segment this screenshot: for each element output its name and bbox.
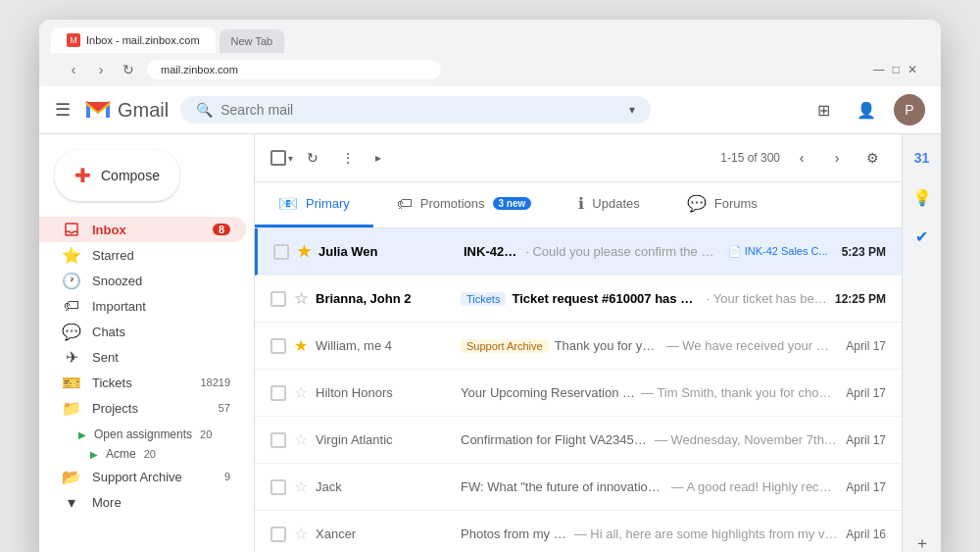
more-label: More (92, 495, 230, 510)
acme-item[interactable]: ▶ Acme 20 (39, 444, 254, 464)
email-time: 5:23 PM (842, 245, 886, 259)
sidebar-item-inbox[interactable]: Inbox 8 (39, 217, 246, 242)
browser-tabs: M Inbox - mail.zinbox.com New Tab (51, 27, 929, 53)
sidebar: ✚ Compose Inbox 8 ⭐ Starred 🕐 Snoozed (39, 134, 255, 552)
toolbar: ▾ ↻ ⋮ ▸ 1-15 of 300 ‹ › ⚙ (255, 134, 902, 182)
open-assignments-item[interactable]: ▶ Open assignments 20 (39, 425, 254, 444)
sidebar-item-projects[interactable]: 📁 Projects 57 (39, 395, 246, 421)
hamburger-menu-icon[interactable]: ☰ (55, 99, 71, 121)
keep-icon[interactable]: 💡 (906, 181, 938, 213)
email-subject: Ticket request #610007 has been approved… (512, 291, 700, 306)
compose-button[interactable]: ✚ Compose (55, 150, 179, 201)
table-row[interactable]: ☆ Brianna, John 2 Tickets Ticket request… (255, 276, 902, 323)
tab-primary[interactable]: 📧 Primary (255, 182, 373, 227)
tab-promotions[interactable]: 🏷 Promotions 3 new (373, 182, 556, 227)
email-checkbox[interactable] (270, 338, 286, 354)
forums-tab-icon: 💬 (687, 194, 707, 213)
tab-updates[interactable]: ℹ Updates (555, 182, 662, 227)
select-all-checkbox-area[interactable]: ▾ (270, 150, 293, 166)
email-preview: — Wednesday, November 7th 2015, San... (655, 432, 838, 447)
gmail-logo-text: Gmail (118, 99, 169, 122)
sent-label: Sent (92, 350, 230, 365)
minimize-button[interactable]: — (873, 63, 885, 76)
primary-tab-icon: 📧 (278, 194, 298, 213)
email-checkbox[interactable] (270, 385, 286, 401)
search-bar[interactable]: 🔍 ▾ (180, 96, 651, 124)
sidebar-item-sent[interactable]: ✈ Sent (39, 344, 246, 370)
select-all-checkbox[interactable] (270, 150, 286, 166)
table-row[interactable]: ☆ Xancer Photos from my road trip — Hi a… (255, 511, 902, 552)
email-sender: Hilton Honors (316, 385, 453, 400)
open-assignments-count: 20 (200, 428, 212, 440)
email-checkbox[interactable] (270, 432, 286, 448)
compose-plus-icon: ✚ (74, 164, 91, 187)
email-tag: 📄 INK-42 Sales C... (722, 244, 834, 259)
prev-page-button[interactable]: ‹ (788, 144, 815, 172)
star-icon[interactable]: ★ (294, 336, 308, 355)
inactive-tab[interactable]: New Tab (220, 29, 285, 53)
acme-label: Acme (106, 447, 136, 461)
email-sender: Xancer (316, 527, 453, 541)
email-content: Your Upcoming Reservation #20963746 — Ti… (461, 385, 838, 400)
maximize-button[interactable]: □ (893, 63, 900, 76)
table-row[interactable]: ★ William, me 4 Support Archive Thank yo… (255, 323, 902, 370)
avatar[interactable]: P (894, 94, 925, 125)
email-preview: — Tim Smith, thank you for choosing Hilt… (641, 385, 838, 400)
next-page-button[interactable]: › (823, 144, 851, 172)
sidebar-item-tickets[interactable]: 🎫 Tickets 18219 (39, 370, 246, 395)
add-icon[interactable]: ＋ (906, 527, 938, 552)
acme-icon: ▶ (90, 449, 98, 460)
select-dropdown-icon[interactable]: ▾ (288, 153, 293, 164)
browser-addressbar: ‹ › ↻ mail.zinbox.com — □ ✕ (51, 53, 929, 86)
cursor-indicator: ▸ (375, 151, 381, 165)
toolbar-left: ▾ ↻ ⋮ (270, 142, 364, 174)
refresh-button[interactable]: ↻ (297, 142, 328, 174)
table-row[interactable]: ☆ Virgin Atlantic Confirmation for Fligh… (255, 417, 902, 464)
email-checkbox[interactable] (270, 479, 286, 495)
star-icon[interactable]: ☆ (294, 525, 308, 543)
star-icon[interactable]: ☆ (294, 430, 308, 449)
email-sender: Brianna, John 2 (316, 291, 453, 306)
sidebar-item-starred[interactable]: ⭐ Starred (39, 242, 246, 268)
promotions-badge: 3 new (493, 197, 532, 210)
apps-icon[interactable]: ⊞ (808, 94, 839, 125)
open-assignments-label: Open assignments (94, 427, 192, 441)
forward-button[interactable]: › (90, 59, 112, 80)
tab-forums[interactable]: 💬 Forums (663, 182, 781, 227)
account-circle-icon[interactable]: 👤 (851, 94, 882, 125)
search-input[interactable] (220, 102, 621, 118)
close-button[interactable]: ✕ (907, 63, 917, 76)
email-content: INK-42 Sales Cont... · Could you please … (464, 244, 714, 259)
email-checkbox[interactable] (270, 291, 286, 307)
email-checkbox[interactable] (273, 244, 289, 260)
address-bar[interactable]: mail.zinbox.com (147, 60, 441, 79)
email-tags: 📄 INK-42 Sales C... (722, 244, 834, 259)
search-dropdown-icon[interactable]: ▾ (629, 103, 635, 117)
reload-button[interactable]: ↻ (118, 59, 139, 80)
sidebar-item-support-archive[interactable]: 📂 Support Archive 9 (39, 464, 246, 489)
email-list: ★ Julia Wen INK-42 Sales Cont... · Could… (255, 228, 902, 552)
more-options-button[interactable]: ⋮ (332, 142, 364, 174)
sidebar-item-more[interactable]: ▾ More (39, 489, 246, 515)
active-tab[interactable]: M Inbox - mail.zinbox.com (51, 27, 216, 53)
sidebar-item-important[interactable]: 🏷 Important (39, 293, 246, 319)
back-button[interactable]: ‹ (63, 59, 84, 80)
sidebar-item-chats[interactable]: 💬 Chats (39, 319, 246, 344)
star-icon[interactable]: ☆ (294, 289, 308, 308)
calendar-icon[interactable]: 31 (906, 142, 938, 174)
star-icon[interactable]: ☆ (294, 477, 308, 496)
search-icon: 🔍 (196, 102, 213, 118)
star-icon[interactable]: ★ (297, 242, 311, 261)
table-row[interactable]: ☆ Hilton Honors Your Upcoming Reservatio… (255, 370, 902, 417)
settings-button[interactable]: ⚙ (858, 144, 886, 172)
gmail-header: ☰ Gmail 🔍 ▾ ⊞ 👤 P (39, 86, 941, 134)
email-checkbox[interactable] (270, 527, 286, 542)
table-row[interactable]: ☆ Jack FW: What "the future of innovatio… (255, 464, 902, 511)
tasks-icon[interactable]: ✔ (906, 221, 938, 252)
email-sender: Jack (316, 479, 453, 494)
tabs-bar: 📧 Primary 🏷 Promotions 3 new ℹ Updates 💬 (255, 182, 902, 228)
email-preview: — Hi all, here are some highlights from … (574, 527, 839, 541)
star-icon[interactable]: ☆ (294, 383, 308, 402)
table-row[interactable]: ★ Julia Wen INK-42 Sales Cont... · Could… (255, 228, 902, 276)
sidebar-item-snoozed[interactable]: 🕐 Snoozed (39, 268, 246, 293)
